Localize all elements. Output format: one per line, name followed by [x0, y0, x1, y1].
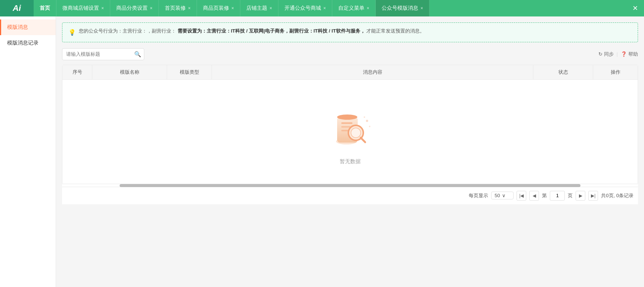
- nav-tab-wsc[interactable]: 微商城店铺设置×: [56, 0, 110, 16]
- svg-point-10: [366, 120, 368, 122]
- col-header-content: 消息内容: [212, 65, 533, 79]
- col-header-action: 操作: [593, 65, 638, 79]
- search-input-wrap: 🔍: [62, 48, 144, 60]
- nav-tab-templatemsg[interactable]: 公众号模版消息×: [376, 0, 429, 16]
- tab-close-openchat[interactable]: ×: [323, 6, 326, 11]
- tab-close-productpage[interactable]: ×: [231, 6, 234, 11]
- svg-rect-6: [341, 130, 349, 131]
- data-table: 序号模版名称模版类型消息内容状态操作: [62, 65, 638, 184]
- nav-tab-productpage[interactable]: 商品页装修×: [197, 0, 240, 16]
- notice-text: 您的公众号行业为：主营行业：，副营行业： 需要设置为：主营行业：IT科技 / 互…: [79, 27, 425, 35]
- svg-point-3: [337, 115, 357, 120]
- search-actions: ↻ 同步 | ❓ 帮助: [598, 51, 638, 58]
- col-header-name: 模版名称: [92, 65, 167, 79]
- nav-tab-category[interactable]: 商品分类设置×: [110, 0, 159, 16]
- search-bar: 🔍 ↻ 同步 | ❓ 帮助: [62, 48, 638, 60]
- col-header-status: 状态: [533, 65, 593, 79]
- nav-tab-theme[interactable]: 店铺主题×: [240, 0, 278, 16]
- search-icon[interactable]: 🔍: [134, 51, 141, 58]
- sync-icon: ↻: [598, 51, 603, 57]
- svg-rect-5: [341, 126, 351, 128]
- svg-point-11: [369, 126, 370, 127]
- empty-text: 暂无数据: [67, 158, 633, 165]
- nav-tab-homepage[interactable]: 首页装修×: [159, 0, 197, 16]
- tab-close-theme[interactable]: ×: [269, 6, 272, 11]
- notice-prefix: 您的公众号行业为：主营行业：，副营行业：: [79, 28, 176, 34]
- global-close-button[interactable]: ✕: [626, 0, 644, 16]
- next-page-button[interactable]: ▶: [576, 191, 585, 201]
- main-layout: 模版消息模版消息记录 💡 您的公众号行业为：主营行业：，副营行业： 需要设置为：…: [0, 16, 644, 287]
- tab-close-custommenu[interactable]: ×: [367, 6, 369, 11]
- scrollbar-thumb[interactable]: [120, 184, 580, 187]
- page-label: 页: [568, 192, 573, 199]
- nav-tab-openchat[interactable]: 开通公众号商城×: [278, 0, 332, 16]
- col-header-seq: 序号: [62, 65, 92, 79]
- top-nav: Ai 首页微商城店铺设置×商品分类设置×首页装修×商品页装修×店铺主题×开通公众…: [0, 0, 644, 16]
- notice-icon: 💡: [68, 28, 76, 37]
- help-label: 帮助: [628, 51, 638, 58]
- tab-close-category[interactable]: ×: [150, 6, 152, 11]
- notice-suffix: 才能正常发送预置的消息。: [366, 28, 425, 34]
- page-size-value: 50: [494, 193, 500, 198]
- sidebar-item-record[interactable]: 模版消息记录: [0, 35, 56, 51]
- tab-close-wsc[interactable]: ×: [101, 6, 104, 11]
- svg-point-12: [364, 116, 365, 118]
- sidebar-item-template[interactable]: 模版消息: [0, 19, 56, 35]
- svg-line-9: [361, 138, 365, 142]
- tab-close-homepage[interactable]: ×: [188, 6, 191, 11]
- sidebar: 模版消息模版消息记录: [0, 16, 56, 287]
- brand-label: Ai: [13, 3, 21, 13]
- page-number-input[interactable]: [550, 191, 565, 201]
- notice-highlight: 需要设置为：主营行业：IT科技 / 互联网|电子商务，副营行业：IT科技 / I…: [178, 28, 365, 34]
- first-page-button[interactable]: |◀: [517, 191, 526, 201]
- chevron-down-icon: ∨: [502, 193, 506, 198]
- nav-tab-home[interactable]: 首页: [34, 0, 56, 16]
- pagination: 每页显示 50 ∨ |◀ ◀ 第 页 ▶ ▶| 共0页, 0条记录: [62, 187, 638, 204]
- notice-box: 💡 您的公众号行业为：主营行业：，副营行业： 需要设置为：主营行业：IT科技 /…: [62, 22, 638, 42]
- total-info: 共0页, 0条记录: [601, 192, 634, 199]
- page-size-label: 每页显示: [469, 192, 488, 199]
- sync-button[interactable]: ↻ 同步: [598, 51, 614, 58]
- svg-rect-4: [341, 122, 352, 124]
- sync-label: 同步: [604, 51, 614, 58]
- scrollbar-area[interactable]: [62, 184, 638, 187]
- nav-tab-custommenu[interactable]: 自定义菜单×: [332, 0, 376, 16]
- last-page-button[interactable]: ▶|: [588, 191, 598, 201]
- empty-state: 暂无数据: [67, 83, 633, 180]
- divider: |: [617, 51, 618, 57]
- tab-close-templatemsg[interactable]: ×: [420, 6, 423, 11]
- search-input[interactable]: [62, 48, 144, 60]
- page-size-select[interactable]: 50 ∨: [491, 192, 514, 199]
- app-brand: Ai: [0, 0, 34, 16]
- col-header-type: 模版类型: [167, 65, 212, 79]
- help-icon: ❓: [621, 51, 627, 57]
- empty-icon: [328, 106, 373, 151]
- prev-page-button[interactable]: ◀: [529, 191, 539, 201]
- page-prefix: 第: [542, 192, 547, 199]
- svg-point-8: [351, 128, 361, 138]
- help-button[interactable]: ❓ 帮助: [621, 51, 638, 58]
- content-area: 💡 您的公众号行业为：主营行业：，副营行业： 需要设置为：主营行业：IT科技 /…: [56, 16, 644, 287]
